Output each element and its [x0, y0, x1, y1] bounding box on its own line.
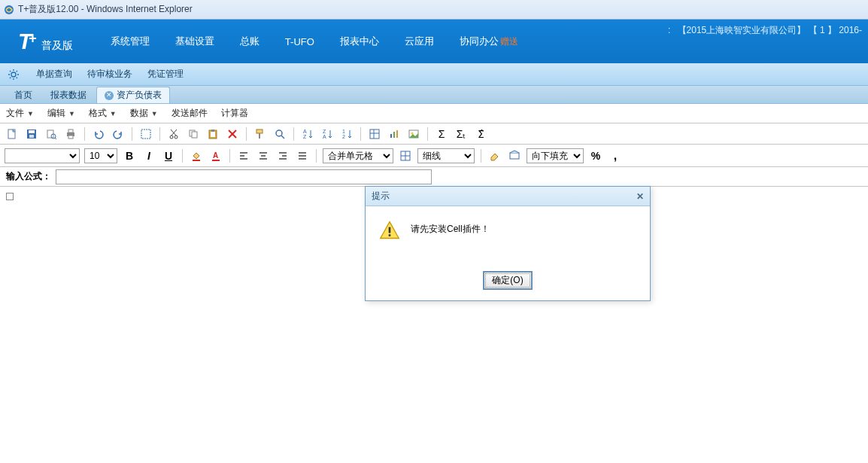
caret-icon: ▼ — [151, 110, 158, 117]
svg-point-21 — [170, 136, 173, 139]
window-title: T+普及版12.00 - Windows Internet Explorer — [18, 3, 193, 16]
svg-line-23 — [171, 129, 177, 136]
company-label: 【2015上海映智实业有限公司】 — [678, 25, 806, 35]
percent-button[interactable]: % — [588, 148, 603, 163]
nav-basic-settings[interactable]: 基础设置 — [175, 35, 214, 48]
sort-asc-icon[interactable]: AZ — [300, 126, 315, 142]
subnav-bill-query[interactable]: 单据查询 — [36, 68, 72, 81]
save-icon[interactable] — [24, 126, 39, 142]
fill-color-icon[interactable] — [189, 148, 204, 163]
font-color-icon[interactable]: A — [208, 148, 223, 163]
find-icon[interactable] — [272, 126, 287, 142]
sum-hat-icon[interactable]: Σ̂ — [473, 126, 488, 142]
erase-format-icon[interactable] — [487, 148, 502, 163]
svg-rect-68 — [510, 153, 519, 159]
nav-ledger[interactable]: 总账 — [240, 35, 259, 48]
merge-cells-select[interactable]: 合并单元格 — [323, 148, 393, 163]
menu-file[interactable]: 文件▼ — [6, 107, 34, 120]
dialog-titlebar: 提示 ✕ — [366, 187, 650, 206]
header-status: : 【2015上海映智实业有限公司】 【 1 】 2016- — [668, 24, 862, 37]
sort-desc-icon[interactable]: ZA — [320, 126, 335, 142]
tab-report-data-label: 报表数据 — [50, 89, 86, 102]
underline-button[interactable]: U — [161, 148, 176, 163]
line-style-select[interactable]: 细线 — [417, 148, 475, 163]
caret-icon: ▼ — [27, 110, 34, 117]
italic-button[interactable]: I — [141, 148, 156, 163]
nav-collab[interactable]: 协同办公赠送 — [460, 35, 518, 48]
close-tab-icon[interactable]: ✕ — [105, 91, 114, 100]
print-icon[interactable] — [63, 126, 78, 142]
menu-format[interactable]: 格式▼ — [89, 107, 117, 120]
freeze-panes-icon[interactable] — [367, 126, 382, 142]
copy-icon[interactable] — [186, 126, 201, 142]
svg-rect-33 — [259, 133, 260, 139]
formula-input[interactable] — [56, 169, 432, 184]
cell-format-icon[interactable] — [507, 148, 522, 163]
app-header: T + 普及版 系统管理 基础设置 总账 T-UFO 报表中心 云应用 协同办公… — [0, 20, 868, 63]
svg-rect-13 — [29, 135, 34, 138]
align-center-icon[interactable] — [256, 148, 271, 163]
menu-edit-label: 编辑 — [47, 107, 65, 120]
font-family-select[interactable] — [5, 148, 80, 163]
border-icon[interactable] — [398, 148, 413, 163]
redo-icon[interactable] — [111, 126, 126, 142]
separator — [84, 127, 85, 141]
subnav-voucher-manage[interactable]: 凭证管理 — [147, 68, 184, 81]
nav-system-manage[interactable]: 系统管理 — [111, 35, 150, 48]
paste-icon[interactable] — [205, 126, 220, 142]
sum-sub-icon[interactable]: Σₜ — [454, 126, 469, 142]
tab-report-data[interactable]: 报表数据 — [42, 87, 95, 103]
image-icon[interactable] — [406, 126, 421, 142]
logo-plus: + — [29, 31, 37, 47]
menu-calculator-label: 计算器 — [221, 107, 248, 120]
tab-balance-sheet[interactable]: ✕ 资产负债表 — [96, 87, 170, 103]
font-size-select[interactable]: 10 — [84, 148, 117, 163]
toolbar-main: AZ ZA 12 Σ Σₜ Σ̂ — [0, 123, 868, 145]
chart-icon[interactable] — [387, 126, 402, 142]
separator — [229, 149, 230, 163]
svg-text:1: 1 — [342, 129, 345, 134]
svg-rect-19 — [68, 136, 73, 139]
menu-send-mail[interactable]: 发送邮件 — [171, 107, 208, 120]
align-justify-icon[interactable] — [295, 148, 310, 163]
align-left-icon[interactable] — [236, 148, 251, 163]
menu-bar: 文件▼ 编辑▼ 格式▼ 数据▼ 发送邮件 计算器 — [0, 104, 868, 123]
nav-report-center[interactable]: 报表中心 — [340, 35, 379, 48]
dialog-close-button[interactable]: ✕ — [636, 191, 644, 202]
svg-line-35 — [281, 136, 284, 139]
undo-icon[interactable] — [91, 126, 106, 142]
format-painter-icon[interactable] — [253, 126, 268, 142]
menu-format-label: 格式 — [89, 107, 107, 120]
caret-icon: ▼ — [68, 110, 75, 117]
comma-button[interactable]: , — [608, 148, 623, 163]
sort-num-icon[interactable]: 12 — [339, 126, 354, 142]
nav-collab-label: 协同办公 — [460, 35, 499, 47]
svg-point-1 — [11, 72, 16, 77]
delete-icon[interactable] — [225, 126, 240, 142]
align-right-icon[interactable] — [275, 148, 290, 163]
logo: T + 普及版 — [18, 29, 73, 54]
svg-rect-50 — [193, 160, 200, 161]
cut-icon[interactable] — [166, 126, 181, 142]
fill-down-select[interactable]: 向下填充 — [527, 148, 584, 163]
top-nav: 系统管理 基础设置 总账 T-UFO 报表中心 云应用 协同办公赠送 — [111, 35, 518, 48]
tab-home[interactable]: 首页 — [6, 87, 41, 103]
print-preview-icon[interactable] — [44, 126, 59, 142]
tab-home-label: 首页 — [14, 89, 32, 102]
nav-tufo[interactable]: T-UFO — [285, 36, 314, 47]
bold-button[interactable]: B — [122, 148, 137, 163]
gear-icon[interactable] — [6, 67, 21, 82]
menu-calculator[interactable]: 计算器 — [221, 107, 248, 120]
svg-rect-20 — [141, 129, 150, 139]
select-all-icon[interactable] — [138, 126, 153, 142]
menu-edit[interactable]: 编辑▼ — [47, 107, 75, 120]
nav-cloud-apps[interactable]: 云应用 — [405, 35, 434, 48]
logo-edition: 普及版 — [41, 39, 73, 53]
sum-icon[interactable]: Σ — [434, 126, 449, 142]
tab-balance-sheet-label: 资产负债表 — [117, 89, 162, 102]
new-icon[interactable] — [5, 126, 20, 142]
subnav-pending-audit[interactable]: 待审核业务 — [87, 68, 132, 81]
coupon-badge: 赠送 — [500, 36, 518, 47]
menu-data[interactable]: 数据▼ — [130, 107, 158, 120]
svg-text:Z: Z — [323, 129, 326, 134]
